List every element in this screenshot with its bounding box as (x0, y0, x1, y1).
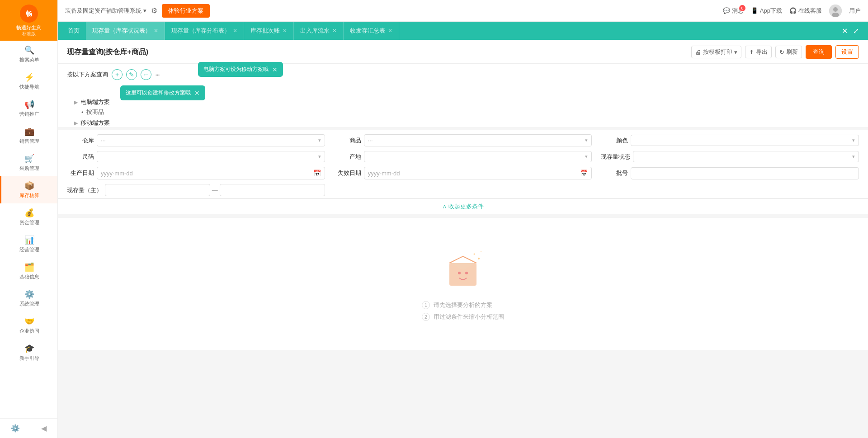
color-select-arrow: ▾ (852, 137, 855, 143)
sales-icon: 💼 (24, 127, 34, 137)
notification-action[interactable]: 💬 消息 6 (723, 7, 744, 15)
logo-text: 畅通好生意 (16, 24, 41, 31)
field-stock-status: 现存量状态 ▾ (601, 151, 859, 162)
notification-badge-count: 6 (739, 5, 745, 11)
field-batch: 批号 (601, 167, 859, 179)
field-product-select[interactable]: ··· ▾ (364, 134, 592, 146)
scheme-group-pc: ▶ 电脑端方案 • 按商品 (74, 98, 859, 116)
filter-section: 按以下方案查询 + ✎ ← ··· 电脑方案可设为移动方案哦 ✕ 这里可以创建和… (58, 64, 868, 127)
filter-edit-btn[interactable]: ✎ (126, 69, 137, 80)
tab-batch-account[interactable]: 库存批次账 ✕ (244, 22, 294, 40)
sidebar-item-purchase-label: 采购管理 (19, 165, 39, 172)
sidebar-item-search[interactable]: 🔍 搜索菜单 (0, 41, 57, 68)
scheme-group-mobile-header[interactable]: ▶ 移动端方案 (74, 119, 859, 127)
page-content: 现存量查询(按仓库+商品) 🖨 按模板打印 ▾ ⬆ 导出 ↻ 刷新 (58, 40, 868, 438)
tab-controls: ✕ ⤢ (836, 22, 864, 40)
system-selector[interactable]: 装备及固定资产辅助管理系统 ▾ (65, 7, 146, 15)
field-origin-select[interactable]: ▾ (364, 151, 592, 162)
tooltip-scheme: 电脑方案可设为移动方案哦 ✕ (198, 62, 283, 77)
industry-button[interactable]: 体验行业方案 (162, 4, 210, 18)
sidebar-item-basic-label: 基础信息 (19, 273, 39, 280)
svg-point-4 (832, 13, 839, 17)
field-color-select[interactable]: ▾ (631, 135, 859, 146)
tab-home[interactable]: 首页 (61, 22, 86, 40)
refresh-btn[interactable]: ↻ 刷新 (775, 46, 802, 58)
field-size-select[interactable]: ▾ (97, 151, 325, 162)
field-warehouse-select[interactable]: ··· ▾ (97, 134, 325, 146)
sidebar-item-finance[interactable]: 💰 资金管理 (0, 203, 57, 231)
field-origin: 产地 ▾ (334, 151, 592, 162)
tab-close-all-btn[interactable]: ✕ (840, 25, 849, 37)
sidebar-item-purchase[interactable]: 🛒 采购管理 (0, 149, 57, 176)
empty-steps: 1 请先选择要分析的方案 2 用过滤条件来缩小分析范围 (422, 299, 504, 323)
tab-collect-summary[interactable]: 收发存汇总表 ✕ (344, 22, 399, 40)
main-area: 装备及固定资产辅助管理系统 ▾ ⚙ 体验行业方案 💬 消息 6 📱 App下载 … (58, 0, 868, 438)
tooltip-scheme-close[interactable]: ✕ (272, 66, 278, 73)
gear-button[interactable]: ⚙ (151, 6, 157, 15)
field-warehouse: 仓库 ··· ▾ (67, 134, 325, 146)
field-stock-status-select[interactable]: ▾ (633, 151, 859, 162)
tab-stock-status-close[interactable]: ✕ (154, 28, 158, 34)
sidebar-item-inventory[interactable]: 📦 库存核算 (0, 176, 57, 203)
print-btn[interactable]: 🖨 按模板打印 ▾ (691, 46, 741, 58)
app-download-action[interactable]: 📱 App下载 (751, 7, 782, 15)
sidebar-item-marketing[interactable]: 📢 营销推广 (0, 95, 57, 122)
filter-header: 按以下方案查询 + ✎ ← ··· 电脑方案可设为移动方案哦 ✕ (67, 69, 859, 80)
tab-batch-account-close[interactable]: ✕ (283, 28, 287, 34)
sidebar-item-operations[interactable]: 📊 经营管理 (0, 231, 57, 258)
sidebar-item-system[interactable]: ⚙️ 系统管理 (0, 285, 57, 312)
collapse-btn[interactable]: ∧ 收起更多条件 (58, 198, 868, 214)
sidebar-collapse-btn[interactable]: ◀ (38, 422, 50, 434)
user-name[interactable]: 用户 (849, 7, 861, 15)
svg-point-3 (833, 7, 838, 12)
sidebar-item-sales[interactable]: 💼 销售管理 (0, 122, 57, 149)
size-select-arrow: ▾ (318, 154, 321, 160)
sidebar-item-quicknav[interactable]: ⚡ 快捷导航 (0, 68, 57, 95)
tooltip-create: 这里可以创建和修改方案哦 ✕ (120, 85, 205, 100)
guide-icon: 🎓 (24, 344, 34, 353)
scheme-item-product[interactable]: • 按商品 (81, 108, 859, 116)
field-expire-date-input[interactable]: yyyy-mm-dd 📅 (364, 167, 592, 179)
sidebar-item-guide[interactable]: 🎓 新手引导 (0, 339, 57, 366)
field-stock-qty: 现存量（主） — (67, 184, 325, 196)
tab-inout-flow-close[interactable]: ✕ (332, 28, 337, 34)
tab-expand-btn[interactable]: ⤢ (851, 25, 861, 37)
field-batch-label: 批号 (601, 169, 628, 177)
field-color: 颜色 ▾ (601, 134, 859, 146)
quicknav-icon: ⚡ (24, 72, 34, 82)
origin-select-arrow: ▾ (585, 154, 588, 160)
field-product: 商品 ··· ▾ (334, 134, 592, 146)
scheme-tree: ▶ 电脑端方案 • 按商品 ▶ 移动端方案 (74, 98, 859, 127)
sidebar-item-enterprise[interactable]: 🤝 企业协同 (0, 312, 57, 339)
filter-arrow-btn[interactable]: ← (141, 69, 151, 80)
logo-area: 畅 畅通好生意 标准版 (0, 0, 57, 41)
sidebar-settings-btn[interactable]: ⚙️ (7, 422, 24, 434)
filter-add-btn[interactable]: + (112, 69, 123, 80)
tab-stock-status[interactable]: 现存量（库存状况表） ✕ (86, 22, 165, 40)
settings-button[interactable]: 设置 (835, 45, 859, 59)
field-batch-input[interactable] (631, 167, 859, 179)
tab-inout-flow[interactable]: 出入库流水 ✕ (294, 22, 344, 40)
field-stock-status-label: 现存量状态 (601, 153, 630, 161)
field-produce-date-input[interactable]: yyyy-mm-dd 📅 (97, 167, 325, 179)
svg-point-6 (458, 272, 461, 274)
export-btn[interactable]: ⬆ 导出 (745, 46, 772, 58)
support-icon: 🎧 (789, 7, 797, 14)
tooltip-create-close[interactable]: ✕ (194, 89, 200, 97)
page-actions: 🖨 按模板打印 ▾ ⬆ 导出 ↻ 刷新 查询 设置 (691, 45, 859, 59)
tab-stock-dist-close[interactable]: ✕ (233, 28, 237, 34)
field-product-label: 商品 (334, 137, 361, 145)
header-right: 💬 消息 6 📱 App下载 🎧 在线客服 用户 (723, 5, 861, 17)
sidebar-item-basic[interactable]: 🗂️ 基础信息 (0, 258, 57, 285)
search-button[interactable]: 查询 (806, 45, 832, 59)
refresh-label: 刷新 (786, 48, 798, 56)
tab-stock-dist[interactable]: 现存量（库存分布表） ✕ (165, 22, 244, 40)
field-stock-qty-min[interactable] (105, 184, 210, 196)
stock-range-sep: — (212, 187, 218, 193)
field-stock-qty-max[interactable] (220, 184, 325, 196)
online-support-action[interactable]: 🎧 在线客服 (789, 7, 822, 15)
empty-step-1: 1 请先选择要分析的方案 (422, 299, 504, 311)
empty-illustration (440, 245, 486, 290)
tab-collect-summary-close[interactable]: ✕ (388, 28, 392, 34)
warehouse-select-arrow: ▾ (318, 137, 321, 143)
